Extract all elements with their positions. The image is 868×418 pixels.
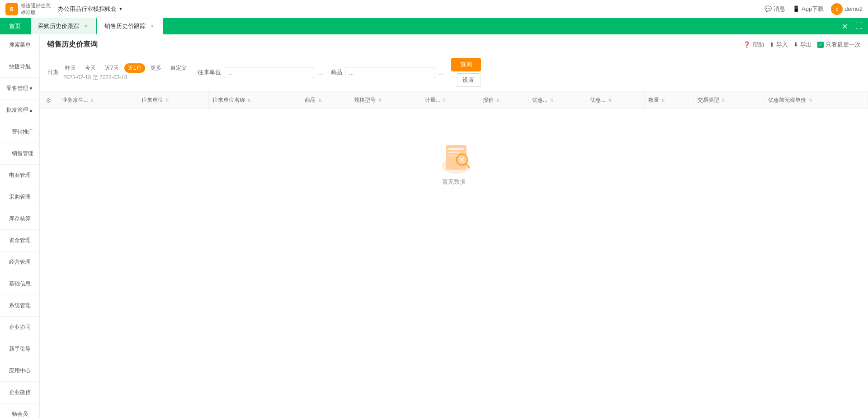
th-price[interactable]: 报价 ⇅: [479, 92, 528, 109]
gear-icon[interactable]: ⚙: [46, 97, 52, 104]
sidebar-item-finance[interactable]: 资金管理: [0, 230, 39, 252]
th-goods[interactable]: 商品 ⇅: [301, 92, 350, 109]
goods-label: 商品: [330, 68, 342, 76]
download-action[interactable]: 📱 App下载: [793, 5, 824, 13]
tab-home[interactable]: 首页: [0, 18, 30, 34]
chevron-down-icon: ▼: [118, 6, 123, 11]
th-unit-code[interactable]: 往来单位 ⇅: [138, 92, 209, 109]
table-area: ⚙ 业务发生... ⇅ 往来单位 ⇅ 往来单位名称: [40, 92, 868, 418]
logo-text: 畅捷通好生意 标准版: [21, 2, 51, 15]
sort-arrows-goods: ⇅: [318, 98, 322, 103]
sidebar-item-quick-nav[interactable]: 快捷导航: [0, 56, 39, 78]
th-pretax-price[interactable]: 优惠前无税单价 ⇅: [764, 92, 868, 109]
sidebar-item-retail[interactable]: 零售管理 ▼: [0, 78, 39, 100]
sidebar-item-basic-info[interactable]: 基础信息: [0, 273, 39, 295]
sidebar: 搜索菜单 快捷导航 零售管理 ▼ 批发管理 ▲ 营销推广 销售管理 电商管理 采…: [0, 34, 40, 418]
th-biz-date[interactable]: 业务发生... ⇅: [58, 92, 138, 109]
sort-arrows-unit-name: ⇅: [247, 98, 251, 103]
empty-svg: [436, 136, 476, 177]
svg-rect-2: [448, 148, 464, 150]
download-icon: 📱: [793, 5, 800, 12]
app-selector[interactable]: 办公用品行业模拟账套 ▼: [54, 3, 127, 15]
sidebar-item-app-center[interactable]: 应用中心: [0, 360, 39, 382]
export-icon: ⬇: [793, 41, 798, 48]
sort-arrows-discount1: ⇅: [550, 98, 553, 103]
close-sales-tab-button[interactable]: ×: [149, 23, 156, 29]
sidebar-item-operations[interactable]: 经营管理: [0, 252, 39, 273]
empty-state: 暂无数据: [40, 109, 868, 213]
th-qty[interactable]: 数量 ⇅: [645, 92, 694, 109]
sort-arrows-qty: ⇅: [661, 98, 665, 103]
import-icon: ⬆: [769, 41, 774, 48]
sidebar-item-purchase[interactable]: 采购管理: [0, 186, 39, 208]
sidebar-item-search-menu[interactable]: 搜索菜单: [0, 34, 39, 56]
date-pill-7days[interactable]: 近7天: [101, 63, 123, 73]
incoming-unit-input[interactable]: [224, 67, 314, 78]
filter-actions: 查询 设置: [451, 58, 481, 87]
sort-arrows-price: ⇅: [496, 98, 500, 103]
svg-rect-4: [448, 155, 458, 156]
tab-bar: 首页 采购历史价跟踪 × 销售历史价跟踪 × ✕ ⛶: [0, 18, 868, 34]
sort-arrows-trade-type: ⇅: [722, 98, 725, 103]
th-discount1[interactable]: 优惠... ⇅: [528, 92, 586, 109]
query-button[interactable]: 查询: [451, 58, 481, 71]
sidebar-item-inventory[interactable]: 库存核算: [0, 208, 39, 230]
incoming-unit-filter: 往来单位 ...: [198, 67, 323, 78]
wholesale-arrow-icon: ▲: [29, 108, 33, 113]
th-discount2[interactable]: 优惠... ⇅: [586, 92, 645, 109]
export-action[interactable]: ⬇ 导出: [793, 41, 812, 49]
svg-rect-3: [448, 152, 459, 153]
date-label: 日期: [47, 68, 59, 76]
date-range-display: 2023-02-18 至 2023-03-18: [63, 74, 190, 81]
page-header: 销售历史价查询 ❓ 帮助 ⬆ 导入 ⬇ 导出 ✓: [40, 34, 868, 53]
date-pill-more[interactable]: 更多: [147, 63, 165, 73]
sidebar-item-ecommerce[interactable]: 电商管理: [0, 165, 39, 186]
filter-bar: 日期 昨天 今天 近7天 近1月 更多 自定义 2023-02-18 至 202…: [40, 53, 868, 92]
incoming-unit-dots[interactable]: ...: [317, 68, 323, 76]
sort-arrows-unit: ⇅: [443, 98, 446, 103]
th-spec[interactable]: 规格型号 ⇅: [350, 92, 421, 109]
date-pill-1month[interactable]: 近1月: [124, 63, 146, 73]
maximize-button[interactable]: ⛶: [854, 21, 864, 32]
th-settings: ⚙: [40, 92, 58, 109]
import-action[interactable]: ⬆ 导入: [769, 41, 788, 49]
sidebar-item-marketing[interactable]: 营销推广: [0, 121, 39, 143]
sidebar-item-system[interactable]: 系统管理: [0, 295, 39, 317]
sidebar-item-enterprise-wechat[interactable]: 企业微信: [0, 382, 39, 404]
sidebar-item-enterprise[interactable]: 企业协同: [0, 317, 39, 338]
sidebar-item-wholesale[interactable]: 批发管理 ▲: [0, 100, 39, 121]
tab-purchase-history[interactable]: 采购历史价跟踪 ×: [31, 18, 96, 34]
user-action[interactable]: d demo2: [831, 3, 863, 15]
settings-button[interactable]: 设置: [456, 73, 481, 87]
close-window-button[interactable]: ✕: [839, 21, 850, 32]
only-last-checkbox[interactable]: ✓ 只看最后一次: [817, 41, 861, 49]
help-action[interactable]: ❓ 帮助: [743, 41, 764, 49]
page-header-actions: ❓ 帮助 ⬆ 导入 ⬇ 导出 ✓ 只看最后一次: [743, 41, 861, 49]
sidebar-item-newbie[interactable]: 新手引导: [0, 338, 39, 360]
data-table: ⚙ 业务发生... ⇅ 往来单位 ⇅ 往来单位名称: [40, 92, 868, 109]
sort-arrows-discount2: ⇅: [608, 98, 612, 103]
tab-sales-history[interactable]: 销售历史价跟踪 ×: [97, 18, 163, 34]
goods-dots[interactable]: ...: [438, 68, 444, 76]
date-filter-group: 日期 昨天 今天 近7天 近1月 更多 自定义 2023-02-18 至 202…: [47, 63, 190, 81]
help-icon: ❓: [743, 41, 750, 48]
date-pill-yesterday[interactable]: 昨天: [61, 63, 80, 73]
close-purchase-tab-button[interactable]: ×: [83, 23, 89, 29]
sort-arrows-spec: ⇅: [378, 98, 382, 103]
th-unit-name[interactable]: 往来单位名称 ⇅: [208, 92, 301, 109]
avatar: d: [831, 3, 843, 15]
logo-area: 6 畅捷通好生意 标准版: [5, 2, 51, 15]
message-action[interactable]: 💬 消息: [764, 5, 785, 13]
table-header-row: ⚙ 业务发生... ⇅ 往来单位 ⇅ 往来单位名称: [40, 92, 868, 109]
date-pill-today[interactable]: 今天: [81, 63, 99, 73]
top-bar: 6 畅捷通好生意 标准版 办公用品行业模拟账套 ▼ 💬 消息 📱 App下载 d…: [0, 0, 868, 18]
date-pill-custom[interactable]: 自定义: [167, 63, 190, 73]
empty-text: 暂无数据: [442, 178, 466, 186]
sidebar-item-member[interactable]: 畅会员: [0, 404, 39, 418]
retail-arrow-icon: ▼: [29, 86, 33, 91]
th-trade-type[interactable]: 交易类型 ⇅: [693, 92, 764, 109]
th-unit[interactable]: 计量... ⇅: [421, 92, 479, 109]
sidebar-item-sales-mgmt[interactable]: 销售管理: [0, 143, 39, 165]
sort-arrows-biz-date: ⇅: [90, 98, 94, 103]
goods-input[interactable]: [345, 67, 435, 78]
